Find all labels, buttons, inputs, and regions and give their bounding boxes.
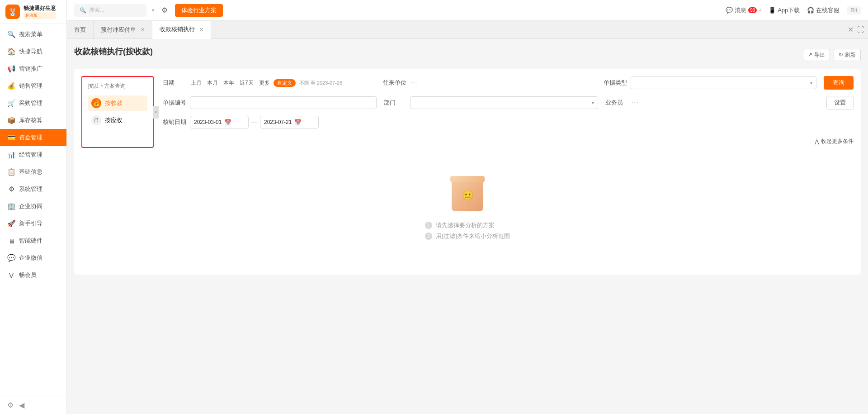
tab-home[interactable]: 首页 [67,21,94,38]
date-range-dash: — [251,119,257,126]
tab-prepay-label: 预付冲应付单 [101,26,136,34]
sidebar-item-新手引导[interactable]: 🚀 新手引导 [0,215,66,232]
topbar: 🔍 搜索... ▾ ⚙ 体验行业方案 💬 消息 99 + 📱 App下载 🎧 在… [67,0,868,21]
sidebar: 🐰 畅捷通好生意 标准版 🔍 搜索菜单 🏠 快捷导航 📢 营销推广 💰 销售管理… [0,0,67,414]
verify-date-start-input[interactable]: 2023-03-01 📅 [190,116,249,128]
tab-expand-icon[interactable]: ⛶ [857,26,864,34]
sidebar-icon-13: 💬 [7,254,15,262]
collapse-label: 收起更多条件 [821,138,854,145]
verify-date-end-input[interactable]: 2023-07-21 📅 [260,116,319,128]
date-more[interactable]: 更多 [257,78,272,88]
search-icon: 🔍 [80,7,86,14]
date-last-month[interactable]: 上月 [189,78,203,88]
sidebar-label-14: 畅会员 [19,271,37,279]
app-icon: 📱 [769,7,776,14]
logo-text-group: 畅捷通好生意 标准版 [24,5,56,19]
tab-prepay-close-icon[interactable]: ✕ [141,27,145,33]
settings-icon[interactable]: ⚙ [7,401,14,409]
department-label: 部门 [384,99,406,107]
logo-text: 畅捷通好生意 [24,5,56,12]
date-this-year[interactable]: 本年 [222,78,236,88]
empty-tip-2: 2 用[过滤]条件来缩小分析范围 [425,232,509,240]
sidebar-label-5: 库存核算 [19,116,42,124]
sidebar-label-4: 采购管理 [19,99,42,107]
counterparty-dots[interactable]: ··· [410,79,417,87]
bill-no-field: 单据编号 [163,96,377,109]
filter-layout: 按以下方案查询 💰 按收款 ⏱ 按应收 » [81,76,854,148]
bill-type-field: 单据类型 ▾ [604,76,816,89]
sidebar-item-销售管理[interactable]: 💰 销售管理 [0,77,66,95]
main-area: 🔍 搜索... ▾ ⚙ 体验行业方案 💬 消息 99 + 📱 App下载 🎧 在… [67,0,868,414]
salesperson-dots[interactable]: ··· [632,99,639,107]
online-service-item[interactable]: 🎧 在线客服 [807,6,840,14]
date-7days[interactable]: 近7天 [238,78,255,88]
bill-type-select[interactable]: ▾ [631,76,816,89]
date-sub-text: 不限 至 2023-07-26 [299,80,342,86]
sidebar-icon-7: 📊 [7,151,15,159]
topbar-chevron-icon[interactable]: ▾ [152,8,154,13]
empty-tip-1: 1 请先选择要分析的方案 [425,221,509,229]
message-badge-plus: + [759,8,761,13]
empty-tips: 1 请先选择要分析的方案 2 用[过滤]条件来缩小分析范围 [425,221,509,240]
sidebar-label-12: 智能硬件 [19,237,42,245]
filter-row-1: 日期 上月 本月 本年 近7天 更多 自定义 不限 至 2023-07-26 [163,76,854,90]
tabbar-actions: ✕ ⛶ [848,21,868,38]
tabbar: 首页 预付冲应付单 ✕ 收款核销执行 ✕ ✕ ⛶ [67,21,868,39]
bill-no-input[interactable] [190,96,377,109]
sidebar-item-智能硬件[interactable]: 🖥 智能硬件 [0,232,66,249]
date-custom-tag[interactable]: 自定义 [274,79,296,87]
user-info[interactable]: Rit [847,6,861,14]
sidebar-item-快捷导航[interactable]: 🏠 快捷导航 [0,43,66,60]
query-button[interactable]: 查询 [824,76,854,90]
sidebar-item-基础信息[interactable]: 📋 基础信息 [0,163,66,181]
settings-button[interactable]: 设置 [826,96,854,109]
sidebar-item-采购管理[interactable]: 🛒 采购管理 [0,95,66,112]
filter-sidebar-title: 按以下方案查询 [88,82,147,90]
sidebar-item-资金管理[interactable]: 💳 资金管理 [0,129,66,146]
filter-sidebar-collapse-btn[interactable]: » [153,106,159,119]
counterparty-field: 往来单位 ··· [383,79,596,87]
tab-prepay[interactable]: 预付冲应付单 ✕ [94,21,152,38]
receivable-option-icon: ⏱ [91,115,101,125]
sidebar-item-经营管理[interactable]: 📊 经营管理 [0,146,66,163]
empty-state: 😐 1 请先选择要分析的方案 2 用[过滤]条件来缩小分析范围 [81,148,854,267]
refresh-label: 刷新 [845,51,856,59]
collapse-more-button[interactable]: ⋀ 收起更多条件 [163,135,854,148]
verify-date-start-value: 2023-03-01 [194,119,222,125]
topbar-gear-icon[interactable]: ⚙ [161,6,168,14]
sidebar-item-营销推广[interactable]: 📢 营销推广 [0,60,66,77]
filter-form: 日期 上月 本月 本年 近7天 更多 自定义 不限 至 2023-07-26 [163,76,854,148]
sidebar-item-库存核算[interactable]: 📦 库存核算 [0,112,66,129]
sidebar-icon-4: 🛒 [7,99,15,107]
app-download-item[interactable]: 📱 App下载 [769,6,800,14]
collapse-sidebar-icon[interactable]: ◀ [19,401,24,409]
message-item[interactable]: 💬 消息 99 + [726,6,761,14]
sidebar-item-搜索菜单[interactable]: 🔍 搜索菜单 [0,26,66,43]
sidebar-label-9: 系统管理 [19,185,42,193]
topbar-search[interactable]: 🔍 搜索... [74,4,146,17]
filter-option-by-receipt[interactable]: 💰 按收款 [88,95,147,111]
date-this-month[interactable]: 本月 [205,78,220,88]
tab-receipt-verify-close-icon[interactable]: ✕ [199,27,203,33]
logo-icon: 🐰 [5,5,20,19]
filter-option-by-receivable[interactable]: ⏱ 按应收 [88,113,147,128]
tab-close-all-icon[interactable]: ✕ [848,25,854,34]
department-select[interactable]: ▾ [410,96,598,109]
sidebar-icon-12: 🖥 [7,237,15,245]
collapse-chevron-icon: ⋀ [815,138,819,145]
date-field: 日期 上月 本月 本年 近7天 更多 自定义 不限 至 2023-07-26 [163,78,376,88]
tip-num-2: 2 [425,233,432,240]
sidebar-item-企业微信[interactable]: 💬 企业微信 [0,249,66,266]
bill-no-label: 单据编号 [163,99,186,107]
export-button[interactable]: ↗ 导出 [803,49,830,61]
sidebar-item-企业协同[interactable]: 🏢 企业协同 [0,198,66,215]
receipt-option-label: 按收款 [105,99,123,107]
main-content-card: 按以下方案查询 💰 按收款 ⏱ 按应收 » [74,69,861,275]
refresh-button[interactable]: ↻ 刷新 [834,49,861,61]
sidebar-label-10: 企业协同 [19,202,42,210]
page-content: 收款核销执行(按收款) ↗ 导出 ↻ 刷新 按以下方案查询 💰 [67,39,868,414]
sidebar-item-畅会员[interactable]: V 畅会员 [0,266,66,284]
tab-receipt-verify[interactable]: 收款核销执行 ✕ [152,21,211,39]
sidebar-item-系统管理[interactable]: ⚙ 系统管理 [0,181,66,198]
solution-button[interactable]: 体验行业方案 [175,4,223,17]
